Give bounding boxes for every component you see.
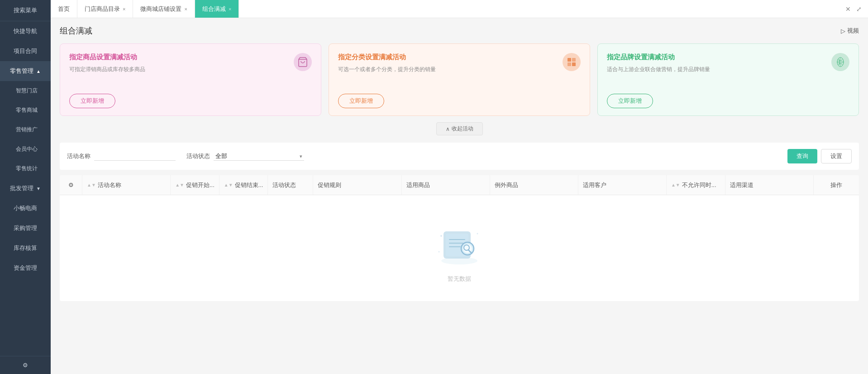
query-button[interactable]: 查询 [787, 149, 817, 163]
sort-icon: ▲▼ [671, 183, 680, 187]
sidebar-item-member-center[interactable]: 会员中心 [0, 139, 51, 159]
activity-status-select-wrap: 全部 进行中 已结束 未开始 ▾ [214, 152, 304, 161]
collapse-label: 收起活动 [452, 125, 473, 133]
sidebar-item-purchase-mgmt[interactable]: 采购管理 [0, 218, 51, 238]
tab-home-label: 首页 [58, 5, 70, 13]
sidebar-item-label: 会员中心 [16, 145, 38, 153]
th-promo-end: ▲▼ 促销结束... [219, 175, 268, 195]
tab-combo-discount-close[interactable]: × [229, 6, 231, 12]
video-label: 视频 [847, 27, 859, 35]
sidebar-search[interactable]: 搜索菜单 [0, 0, 51, 21]
sidebar-item-label: 库存核算 [14, 244, 37, 252]
activity-status-select[interactable]: 全部 进行中 已结束 未开始 [214, 152, 304, 161]
category-card-add-btn[interactable]: 立即新增 [338, 94, 384, 108]
th-activity-name: ▲▼ 活动名称 [82, 175, 171, 195]
sidebar-item-retail-stats[interactable]: 零售统计 [0, 159, 51, 178]
sidebar-item-finance[interactable]: 资金管理 [0, 258, 51, 278]
table-header: ⚙ ▲▼ 活动名称 ▲▼ 促销开始... ▲▼ 促销结束... 活动状态 [60, 175, 859, 195]
sort-icon: ▲▼ [224, 183, 233, 187]
tab-combo-discount[interactable]: 组合满减 × [195, 0, 239, 18]
window-controls: ✕ ⤢ [844, 5, 868, 13]
video-link[interactable]: ▷ 视频 [841, 27, 859, 35]
brand-card-desc: 适合与上游企业联合做营销，提升品牌销量 [607, 65, 849, 74]
activity-name-input[interactable] [94, 152, 176, 161]
filter-bar: 活动名称 活动状态 全部 进行中 已结束 未开始 ▾ 查询 设置 [60, 143, 859, 170]
th-promo-start: ▲▼ 促销开始... [171, 175, 219, 195]
sidebar-item-wholesale-mgmt[interactable]: 批发管理 ▼ [0, 178, 51, 198]
page-title: 组合满减 [60, 25, 92, 36]
product-card-title: 指定商品设置满减活动 [69, 53, 312, 62]
tab-wechat-settings-close[interactable]: × [184, 6, 187, 12]
settings-button[interactable]: 设置 [821, 149, 852, 163]
th-no-overlap: ▲▼ 不允许同时... [667, 175, 725, 195]
svg-point-16 [477, 233, 478, 235]
sidebar-item-label: 零售统计 [16, 165, 38, 173]
tab-store-catalog-close[interactable]: × [123, 6, 125, 12]
filter-activity-name: 活动名称 [67, 152, 176, 161]
sidebar-item-label: 营销推广 [16, 126, 38, 134]
svg-rect-2 [572, 58, 576, 62]
th-applicable-channel: 适用渠道 [725, 175, 814, 195]
svg-point-17 [439, 251, 440, 253]
sidebar-item-label: 零售管理 [10, 67, 33, 75]
sidebar-item-smart-store[interactable]: 智慧门店 [0, 81, 51, 101]
th-gear[interactable]: ⚙ [60, 175, 82, 195]
brand-card-icon [831, 53, 849, 71]
sidebar-settings[interactable]: ⚙ [0, 356, 51, 374]
product-card-icon [294, 53, 312, 71]
collapse-icon: ∧ [446, 126, 450, 132]
svg-rect-1 [568, 58, 571, 62]
sidebar-item-label: 快捷导航 [14, 27, 37, 35]
play-icon: ▷ [841, 28, 845, 34]
category-card-icon [563, 53, 581, 71]
data-table: ⚙ ▲▼ 活动名称 ▲▼ 促销开始... ▲▼ 促销结束... 活动状态 [60, 175, 859, 301]
th-promo-rule: 促销规则 [313, 175, 401, 195]
tab-store-catalog[interactable]: 门店商品目录 × [77, 0, 133, 18]
sidebar-item-project-contract[interactable]: 项目合同 [0, 41, 51, 61]
empty-illustration [432, 222, 486, 268]
sidebar: 搜索菜单 快捷导航 项目合同 零售管理 ▲ 智慧门店 零售商城 营销推广 会员中… [0, 0, 51, 374]
th-activity-status: 活动状态 [268, 175, 313, 195]
tab-bar: 首页 门店商品目录 × 微商城店铺设置 × 组合满减 × ✕ ⤢ [51, 0, 868, 18]
chevron-down-icon: ▼ [36, 186, 41, 191]
tab-home[interactable]: 首页 [51, 0, 77, 18]
category-card-title: 指定分类设置满减活动 [338, 53, 581, 62]
close-icon[interactable]: ✕ [844, 5, 852, 13]
product-card-desc: 可指定滞销商品或库存较多商品 [69, 65, 312, 74]
filter-activity-status: 活动状态 全部 进行中 已结束 未开始 ▾ [186, 152, 304, 161]
sidebar-item-xiaowei[interactable]: 小畅电商 [0, 198, 51, 218]
tab-store-catalog-label: 门店商品目录 [85, 5, 120, 13]
sidebar-item-quick-nav[interactable]: 快捷导航 [0, 21, 51, 41]
sidebar-item-label: 智慧门店 [16, 87, 38, 95]
activity-name-label: 活动名称 [67, 152, 91, 160]
tab-wechat-settings[interactable]: 微商城店铺设置 × [133, 0, 195, 18]
svg-point-15 [440, 235, 442, 237]
sidebar-item-label: 采购管理 [14, 224, 37, 232]
sidebar-item-retail-mgmt[interactable]: 零售管理 ▲ [0, 61, 51, 81]
sidebar-item-label: 批发管理 [10, 184, 33, 192]
content-area: 组合满减 ▷ 视频 指定商品设置满减活动 可指定滞销商品或库存 [51, 18, 868, 374]
th-applicable-goods: 适用商品 [402, 175, 490, 195]
collapse-activities-btn[interactable]: ∧ 收起活动 [436, 122, 483, 135]
sidebar-item-marketing[interactable]: 营销推广 [0, 120, 51, 139]
tab-wechat-settings-label: 微商城店铺设置 [140, 5, 181, 13]
sidebar-item-retail-mall[interactable]: 零售商城 [0, 101, 51, 120]
chevron-up-icon: ▲ [36, 69, 41, 74]
brand-activity-card: 指定品牌设置满减活动 适合与上游企业联合做营销，提升品牌销量 立即新增 [597, 43, 859, 116]
brand-card-add-btn[interactable]: 立即新增 [607, 94, 653, 108]
category-card-desc: 可选一个或者多个分类，提升分类的销量 [338, 65, 581, 74]
th-operations: 操作 [814, 175, 859, 195]
gear-icon: ⚙ [23, 362, 28, 369]
product-activity-card: 指定商品设置满减活动 可指定滞销商品或库存较多商品 立即新增 [60, 43, 321, 116]
collapse-row: ∧ 收起活动 [60, 122, 859, 135]
sidebar-item-inventory[interactable]: 库存核算 [0, 238, 51, 258]
sort-icon: ▲▼ [175, 183, 184, 187]
product-card-add-btn[interactable]: 立即新增 [69, 94, 115, 108]
svg-rect-3 [568, 62, 571, 66]
sidebar-item-label: 零售商城 [16, 106, 38, 114]
page-header: 组合满减 ▷ 视频 [60, 25, 859, 36]
activity-cards: 指定商品设置满减活动 可指定滞销商品或库存较多商品 立即新增 指定分类设置满减活 [60, 43, 859, 116]
maximize-icon[interactable]: ⤢ [855, 5, 863, 13]
category-activity-card: 指定分类设置满减活动 可选一个或者多个分类，提升分类的销量 立即新增 [329, 43, 590, 116]
empty-text: 暂无数据 [448, 275, 471, 283]
